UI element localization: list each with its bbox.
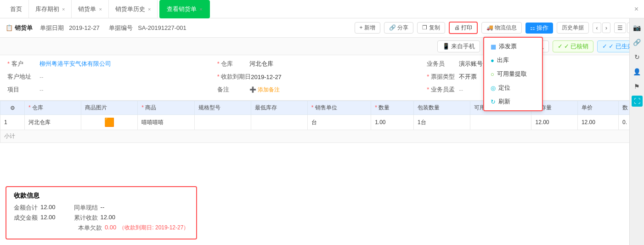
from-phone-button[interactable]: 📱 来自手机 [437,40,480,52]
tab-sales-history-label: 销货单历史 [115,5,145,13]
cell-product-img: 🟧 [81,115,138,130]
print-button[interactable]: 🖨 打印 [449,22,478,34]
locate-icon: ◎ [491,85,496,91]
balance-item: 本单欠款 0.00 （收款到期日: 2019-12-27） [78,224,189,232]
nav-prev-button[interactable]: ‹ [593,23,601,33]
amount-label: 金额合计 [14,204,38,212]
settlement-label: 同单现结 [74,204,98,212]
sold-badge[interactable]: ✓ ✓ 已核销 [553,40,594,52]
address-value: -- [40,74,44,80]
phone-icon: 📱 [442,43,450,50]
tab-sales-close[interactable]: × [99,6,102,12]
sidebar-link-icon[interactable]: 🔗 [632,37,643,48]
col-product-img: 商品图片 [81,101,138,115]
doc-number-label: 单据编号 SA-20191227-001 [109,24,188,32]
payment-date-label: 收款到期日 [217,73,251,81]
tab-home[interactable]: 首页 [4,0,29,18]
doc-icon: 📋 [6,24,13,31]
col-sales-unit: 销售单位 [307,101,371,115]
tab-inventory-label: 库存期初 [35,5,59,13]
payment-info-row-3: 本单欠款 0.00 （收款到期日: 2019-12-27） [14,224,189,232]
staff-value: 演示账号 [459,60,483,68]
dropdown-item-add-ticket[interactable]: ▦ 添发票 [484,40,542,53]
history-button[interactable]: 历史单据 [557,22,589,34]
refresh-label: 刷新 [498,97,510,106]
doc-title: 销货单 [15,24,33,32]
window-close-button[interactable]: × [634,5,638,13]
amount-item: 金额合计 12.00 [14,204,56,212]
customer-value[interactable]: 柳州粤港平安气体有限公司 [40,60,111,68]
sidebar-camera-icon[interactable]: 📷 [632,22,643,33]
add-ticket-icon: ▦ [491,43,496,50]
address-label: 客户地址 [7,73,40,81]
payment-date-field: 收款到期日 2019-12-27 [217,73,427,81]
col-settings[interactable]: ⚙ [0,101,25,115]
available-label: 可用量提取 [497,70,527,78]
warehouse-field: 仓库 河北仓库 [217,60,427,68]
cell-quantity: 1.00 [371,115,414,130]
tab-sales[interactable]: 销货单 × [72,0,108,18]
nav-arrows: ‹ › [593,23,610,33]
tab-view-sales-close[interactable]: × [199,6,202,12]
col-product: 商品 [138,101,194,115]
dropdown-item-locate[interactable]: ◎ 定位 [484,81,542,95]
balance-value: 0.00 [105,224,116,232]
warehouse-label: 仓库 [217,60,249,68]
sidebar-refresh-icon[interactable]: ↻ [632,51,643,63]
tab-sales-history-close[interactable]: × [148,6,151,12]
subtotal-label: 小计 [0,130,644,143]
tab-inventory-close[interactable]: × [62,6,65,12]
dropdown-item-outbound[interactable]: ● 出库 [484,53,542,67]
dropdown-item-refresh[interactable]: ↻ 刷新 [484,95,542,108]
customer-field: 客户 柳州粤港平安气体有限公司 [7,60,217,68]
dropdown-item-available[interactable]: ○ 可用量提取 [484,67,542,81]
sidebar-flag-icon[interactable]: ⚑ [632,81,643,92]
copy-button[interactable]: ❐ 复制 [417,22,445,34]
cell-min-stock [251,115,307,130]
share-button[interactable]: 🔗 分享 [384,22,413,34]
note-field: 备注 ➕ 添加备注 [217,85,427,94]
col-warehouse: 仓库 [25,101,81,115]
cell-spec [194,115,251,130]
doc-date-label: 单据日期 2019-12-27 [40,24,102,32]
doc-header: 📋 销货单 单据日期 2019-12-27 单据编号 SA-20191227-0… [0,18,644,38]
operation-button[interactable]: ⚏ 操作 [525,23,553,34]
payment-info-box: 收款信息 金额合计 12.00 同单现结 -- 成交金额 12.00 [6,186,197,239]
address-field: 客户地址 -- [7,73,217,81]
list-view-button[interactable]: ☰ [614,23,626,33]
locate-label: 定位 [498,84,510,92]
cell-package-qty: 1台 [414,115,470,130]
form-area: 客户 柳州粤港平安气体有限公司 仓库 河北仓库 业务员 演示账号 客户地址 -- [0,55,644,101]
salesperson-value: -- [459,86,463,93]
toolbar-right: + 新增 🔗 分享 ❐ 复制 🖨 打印 🚚 物流信息 ⚏ 操作 历史单据 ‹ ›… [355,22,638,34]
note-label: 备注 [217,85,249,94]
main-area: 📋 销货单 单据日期 2019-12-27 单据编号 SA-20191227-0… [0,18,644,245]
tab-home-label: 首页 [10,5,22,13]
add-note-button[interactable]: ➕ 添加备注 [249,86,280,94]
cell-no: 1 [0,115,25,130]
operation-icon: ⚏ [530,25,535,31]
cell-unit-price: 12.00 [577,115,618,130]
table-row: 1 河北仓库 🟧 嘻嘻嘻嘻 台 1.00 1台 12.00 12.00 0. [0,115,644,130]
project-field: 项目 -- [7,85,217,94]
customer-label: 客户 [7,60,40,68]
tab-view-sales[interactable]: 查看销货单 × [159,0,209,18]
payment-info-row-2: 成交金额 12.00 累计收款 12.00 [14,214,189,222]
staff-label: 业务员 [427,60,459,68]
transaction-item: 成交金额 12.00 [14,214,56,222]
product-table: ⚙ 仓库 商品图片 商品 规格型号 最低库存 销售单位 数量 包装数量 可用量 … [0,101,644,143]
tab-sales-history[interactable]: 销货单历史 × [109,0,158,18]
tab-inventory[interactable]: 库存期初 × [29,0,72,18]
new-button[interactable]: + 新增 [355,22,380,34]
project-label: 项目 [7,85,40,94]
operation-dropdown: ▦ 添发票 ● 出库 ○ 可用量提取 ◎ 定位 ↻ 刷新 [483,37,543,111]
salesperson-label: 业务员孟 [427,85,459,94]
tab-sales-label: 销货单 [78,5,96,13]
sidebar-user-icon[interactable]: 👤 [632,66,643,77]
nav-next-button[interactable]: › [602,23,610,33]
cumulative-item: 累计收款 12.00 [74,214,116,222]
col-quantity: 数量 [371,101,414,115]
sidebar-expand-icon[interactable]: ⛶ [632,96,643,107]
col-spec: 规格型号 [194,101,251,115]
logistics-button[interactable]: 🚚 物流信息 [481,22,522,34]
